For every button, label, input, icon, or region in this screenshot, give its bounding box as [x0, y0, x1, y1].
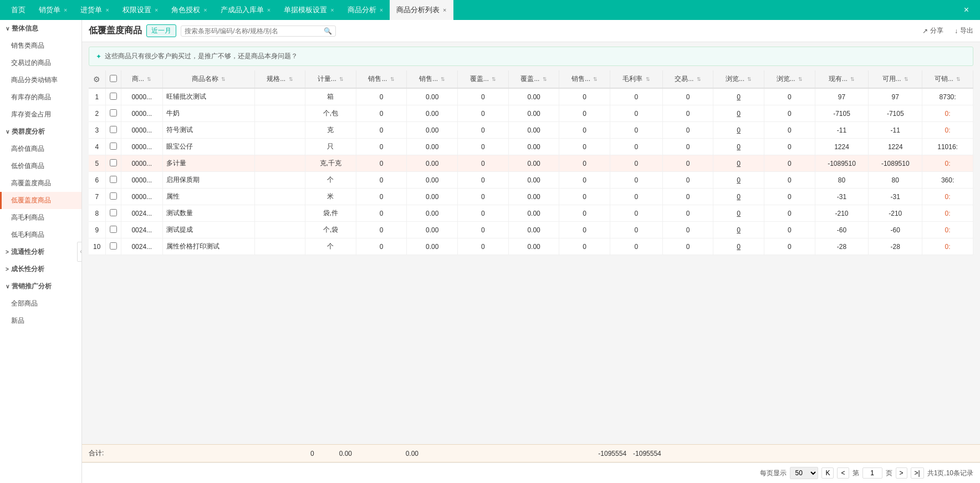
- sidebar-item-traded-goods[interactable]: 交易过的商品: [0, 54, 81, 72]
- nav-product-entry[interactable]: 产成品入库单 ×: [214, 0, 277, 20]
- nav-permission-close[interactable]: ×: [155, 7, 158, 13]
- row-checkbox[interactable]: [110, 242, 117, 250]
- sidebar-item-all-goods[interactable]: 全部商品: [0, 295, 81, 312]
- sidebar-item-low-coverage[interactable]: 低覆盖度商品: [0, 192, 81, 209]
- export-action[interactable]: ↓ 导出: [955, 26, 973, 35]
- next-page-button[interactable]: >: [896, 467, 907, 479]
- current-page-input[interactable]: [862, 467, 882, 479]
- col-sales-qty[interactable]: 销售... ⇅: [356, 70, 407, 88]
- sidebar-section-growth[interactable]: > 成长性分析: [0, 261, 81, 278]
- col-browse1[interactable]: 浏览... ⇅: [713, 70, 764, 88]
- cell-checkbox[interactable]: [105, 222, 121, 238]
- sidebar-item-high-value[interactable]: 高价值商品: [0, 140, 81, 157]
- col-name[interactable]: 商品名称 ⇅: [162, 70, 254, 88]
- sidebar-item-high-coverage[interactable]: 高覆盖度商品: [0, 175, 81, 192]
- sidebar-collapse-button[interactable]: «: [77, 242, 82, 262]
- select-all-checkbox[interactable]: [110, 75, 117, 82]
- cell-browse1[interactable]: 0: [713, 155, 764, 172]
- col-unit[interactable]: 计量... ⇅: [305, 70, 356, 88]
- prev-page-button[interactable]: <: [837, 467, 849, 479]
- nav-product-entry-close[interactable]: ×: [267, 7, 270, 13]
- sidebar-item-category-rate[interactable]: 商品分类动销率: [0, 72, 81, 89]
- cell-coverage2: 0.00: [508, 105, 559, 122]
- sidebar-section-circulation[interactable]: > 流通性分析: [0, 243, 81, 261]
- col-saleable[interactable]: 可销... ⇅: [922, 70, 973, 88]
- nav-role-close[interactable]: ×: [203, 7, 207, 13]
- row-checkbox[interactable]: [110, 109, 117, 116]
- nav-role[interactable]: 角色授权 ×: [165, 0, 213, 20]
- col-coverage1[interactable]: 覆盖... ⇅: [458, 70, 509, 88]
- sidebar-section-marketing[interactable]: ∨ 营销推广分析: [0, 278, 81, 295]
- cell-browse1[interactable]: 0: [713, 205, 764, 222]
- cell-num: 8: [89, 205, 105, 222]
- row-checkbox[interactable]: [110, 93, 117, 100]
- row-checkbox[interactable]: [110, 226, 117, 233]
- col-sales-amt[interactable]: 销售... ⇅: [407, 70, 458, 88]
- sidebar-item-low-margin[interactable]: 低毛利商品: [0, 226, 81, 243]
- nav-sales[interactable]: 销货单 ×: [32, 0, 74, 20]
- cell-browse1[interactable]: 0: [713, 222, 764, 238]
- first-page-button[interactable]: K: [821, 467, 834, 479]
- col-browse2[interactable]: 浏览... ⇅: [764, 70, 815, 88]
- cell-checkbox[interactable]: [105, 155, 121, 172]
- row-checkbox[interactable]: [110, 192, 117, 200]
- filter-recent-month-button[interactable]: 近一月: [146, 24, 176, 37]
- row-checkbox[interactable]: [110, 159, 117, 166]
- col-current-stock[interactable]: 现有... ⇅: [815, 70, 869, 88]
- sidebar-item-low-value[interactable]: 低价值商品: [0, 157, 81, 175]
- nav-home[interactable]: 首页: [4, 0, 32, 20]
- row-checkbox[interactable]: [110, 126, 117, 133]
- nav-product-list-close[interactable]: ×: [443, 7, 446, 13]
- col-coverage2[interactable]: 覆盖... ⇅: [508, 70, 559, 88]
- nav-product-list[interactable]: 商品分析列表 ×: [390, 0, 453, 20]
- cell-code: 0000...: [121, 88, 162, 105]
- sidebar-section-overall[interactable]: ∨ 整体信息: [0, 20, 81, 37]
- cell-checkbox[interactable]: [105, 105, 121, 122]
- cell-browse1[interactable]: 0: [713, 238, 764, 255]
- nav-sales-close[interactable]: ×: [64, 7, 67, 13]
- sidebar-item-high-margin[interactable]: 高毛利商品: [0, 209, 81, 226]
- col-spec[interactable]: 规格... ⇅: [254, 70, 305, 88]
- nav-purchase-close[interactable]: ×: [105, 7, 109, 13]
- col-available[interactable]: 可用... ⇅: [869, 70, 922, 88]
- cell-checkbox[interactable]: [105, 238, 121, 255]
- col-sales3[interactable]: 销售... ⇅: [559, 70, 610, 88]
- cell-checkbox[interactable]: [105, 139, 121, 155]
- share-action[interactable]: ↗ 分享: [922, 26, 943, 35]
- cell-checkbox[interactable]: [105, 189, 121, 205]
- col-gross-margin[interactable]: 毛利率 ⇅: [610, 70, 663, 88]
- col-code[interactable]: 商... ⇅: [121, 70, 162, 88]
- cell-checkbox[interactable]: [105, 88, 121, 105]
- col-settings[interactable]: ⚙: [89, 70, 105, 88]
- cell-browse1[interactable]: 0: [713, 189, 764, 205]
- cell-checkbox[interactable]: [105, 122, 121, 139]
- sidebar-item-sales-goods[interactable]: 销售类商品: [0, 37, 81, 54]
- window-close-button[interactable]: ×: [957, 5, 976, 15]
- cell-browse1[interactable]: 0: [713, 139, 764, 155]
- cell-browse1[interactable]: 0: [713, 105, 764, 122]
- cell-browse1[interactable]: 0: [713, 88, 764, 105]
- cell-checkbox[interactable]: [105, 205, 121, 222]
- col-transaction[interactable]: 交易... ⇅: [662, 70, 713, 88]
- row-checkbox[interactable]: [110, 143, 117, 150]
- cell-browse1[interactable]: 0: [713, 172, 764, 189]
- nav-product-analysis[interactable]: 商品分析 ×: [341, 0, 390, 20]
- nav-permission[interactable]: 权限设置 ×: [116, 0, 165, 20]
- last-page-button[interactable]: >|: [911, 467, 924, 479]
- nav-product-analysis-close[interactable]: ×: [380, 7, 383, 13]
- search-input[interactable]: [185, 27, 324, 35]
- nav-template-close[interactable]: ×: [330, 7, 334, 13]
- nav-template[interactable]: 单据模板设置 ×: [277, 0, 340, 20]
- nav-purchase[interactable]: 进货单 ×: [74, 0, 115, 20]
- sidebar-section-cluster[interactable]: ∨ 类群度分析: [0, 123, 81, 140]
- search-icon[interactable]: 🔍: [324, 27, 332, 35]
- per-page-select[interactable]: 50 20 100: [790, 467, 818, 479]
- sidebar-item-inventory-capital[interactable]: 库存资金占用: [0, 106, 81, 123]
- cell-browse1[interactable]: 0: [713, 122, 764, 139]
- cell-checkbox[interactable]: [105, 172, 121, 189]
- row-checkbox[interactable]: [110, 176, 117, 183]
- sidebar-item-inventory-goods[interactable]: 有库存的商品: [0, 89, 81, 106]
- settings-icon[interactable]: ⚙: [93, 75, 100, 84]
- sidebar-item-new-goods[interactable]: 新品: [0, 312, 81, 329]
- row-checkbox[interactable]: [110, 209, 117, 216]
